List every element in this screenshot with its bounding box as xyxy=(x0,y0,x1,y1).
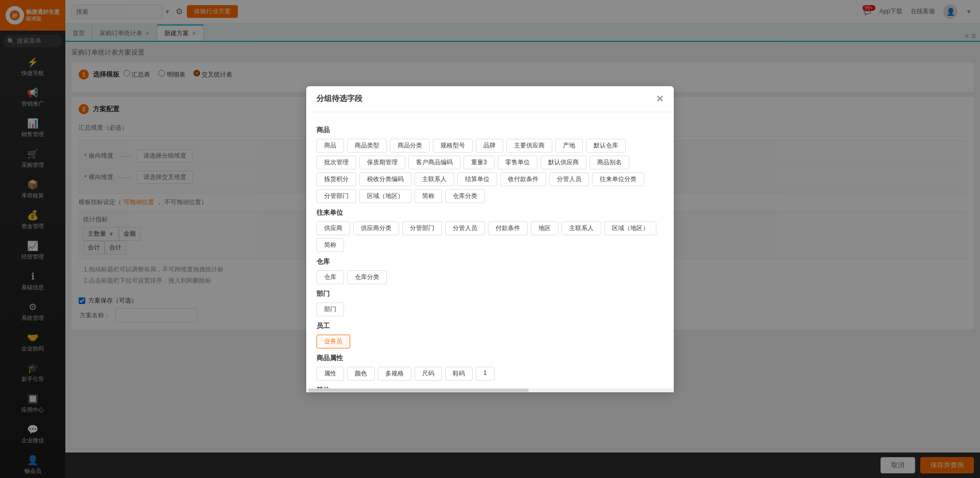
field-tag[interactable]: 简称 xyxy=(316,238,344,252)
scrollbar-thumb xyxy=(308,389,529,392)
field-tag[interactable]: 地区 xyxy=(531,221,558,235)
modal-body[interactable]: 商品 商品 商品类型 商品分类 规格型号 品牌 主要供应商 产地 默认仓库 批次… xyxy=(306,112,674,389)
modal-close-button[interactable]: ✕ xyxy=(656,93,664,105)
field-grid-partner: 供应商 供应商分类 分管部门 分管人员 付款条件 地区 主联系人 区域（地区） … xyxy=(316,221,664,252)
modal-header: 分组待选字段 ✕ xyxy=(306,86,674,112)
field-select-modal: 分组待选字段 ✕ 商品 商品 商品类型 商品分类 规格型号 品牌 主要供应商 产… xyxy=(306,86,674,392)
field-tag[interactable]: 重量3 xyxy=(463,156,495,169)
field-tag[interactable]: 商品分类 xyxy=(390,139,430,153)
field-tag[interactable]: 品牌 xyxy=(476,139,503,153)
field-tag[interactable]: 付款条件 xyxy=(488,221,528,235)
field-tag[interactable]: 简称 xyxy=(414,189,442,203)
field-tag[interactable]: 零售单位 xyxy=(498,156,537,169)
field-tag[interactable]: 拣货积分 xyxy=(316,172,356,186)
section-title-warehouse: 仓库 xyxy=(316,257,664,266)
field-tag[interactable]: 批次管理 xyxy=(316,156,356,169)
field-tag[interactable]: 分管部门 xyxy=(402,221,442,235)
field-tag[interactable]: 分管人员 xyxy=(445,221,485,235)
field-tag[interactable]: 客户商品编码 xyxy=(408,156,460,169)
field-tag[interactable]: 商品别名 xyxy=(590,156,629,169)
field-tag[interactable]: 仓库分类 xyxy=(445,189,485,203)
section-title-employee: 员工 xyxy=(316,321,664,331)
field-grid-attr: 属性 颜色 多规格 尺码 鞋码 1 xyxy=(316,367,664,381)
field-tag[interactable]: 1 xyxy=(476,367,495,381)
field-tag[interactable]: 鞋码 xyxy=(445,367,473,381)
section-title-attr: 商品属性 xyxy=(316,354,664,363)
field-tag[interactable]: 供应商分类 xyxy=(353,221,399,235)
field-tag[interactable]: 保质期管理 xyxy=(359,156,405,169)
field-tag[interactable]: 供应商 xyxy=(316,221,350,235)
field-grid-dept: 部门 xyxy=(316,303,664,316)
field-tag[interactable]: 颜色 xyxy=(347,367,375,381)
field-grid-goods: 商品 商品类型 商品分类 规格型号 品牌 主要供应商 产地 默认仓库 批次管理 … xyxy=(316,139,664,203)
field-grid-warehouse: 仓库 仓库分类 xyxy=(316,270,664,284)
field-tag[interactable]: 收付款条件 xyxy=(500,172,546,186)
modal-title: 分组待选字段 xyxy=(316,94,362,104)
field-tag[interactable]: 默认仓库 xyxy=(586,139,626,153)
field-tag[interactable]: 主联系人 xyxy=(561,221,601,235)
section-title-dept: 部门 xyxy=(316,289,664,298)
field-tag[interactable]: 税收分类编码 xyxy=(359,172,411,186)
field-tag[interactable]: 尺码 xyxy=(414,367,442,381)
field-tag[interactable]: 商品类型 xyxy=(347,139,387,153)
section-title-partner: 往来单位 xyxy=(316,208,664,217)
field-tag[interactable]: 区域（地区） xyxy=(359,189,411,203)
field-tag[interactable]: 规格型号 xyxy=(433,139,473,153)
modal-overlay: 分组待选字段 ✕ 商品 商品 商品类型 商品分类 规格型号 品牌 主要供应商 产… xyxy=(0,0,980,478)
field-grid-employee: 业务员 xyxy=(316,335,664,348)
field-tag[interactable]: 主要供应商 xyxy=(506,139,552,153)
field-tag[interactable]: 结算单位 xyxy=(457,172,497,186)
field-tag[interactable]: 仓库 xyxy=(316,270,344,284)
field-tag-employee[interactable]: 业务员 xyxy=(316,335,350,348)
field-tag[interactable]: 往来单位分类 xyxy=(592,172,644,186)
field-tag[interactable]: 属性 xyxy=(316,367,344,381)
field-tag[interactable]: 部门 xyxy=(316,303,344,316)
modal-scrollbar-h[interactable] xyxy=(306,388,674,392)
field-tag[interactable]: 仓库分类 xyxy=(347,270,387,284)
section-title-goods: 商品 xyxy=(316,125,664,135)
field-tag[interactable]: 商品 xyxy=(316,139,344,153)
field-tag[interactable]: 分管人员 xyxy=(549,172,589,186)
field-tag[interactable]: 主联系人 xyxy=(414,172,454,186)
field-tag[interactable]: 默认供应商 xyxy=(541,156,586,169)
field-tag[interactable]: 区域（地区） xyxy=(604,221,656,235)
field-tag[interactable]: 多规格 xyxy=(378,367,411,381)
field-tag[interactable]: 分管部门 xyxy=(316,189,356,203)
field-tag[interactable]: 产地 xyxy=(555,139,583,153)
